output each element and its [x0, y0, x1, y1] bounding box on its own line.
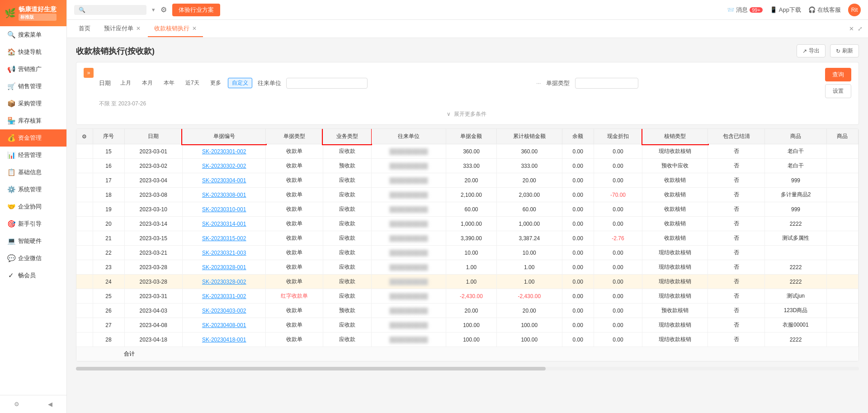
sidebar-item-basic[interactable]: 📋 基础信息: [0, 164, 66, 181]
export-button[interactable]: ↗ 导出: [797, 44, 826, 57]
date-btn-this-month[interactable]: 本月: [138, 78, 157, 88]
filter-bar: » 日期 上月 本月 本年 近7天 更多 自定义: [76, 62, 859, 125]
search-icon: 🔍: [7, 31, 14, 39]
filter-expand-btn[interactable]: »: [84, 68, 94, 78]
table-row: 232023-03-28SK-20230328-001收款单应收款███████…: [76, 260, 859, 275]
tab-expand-icon[interactable]: ⤢: [858, 25, 863, 32]
cell-bill-no[interactable]: SK-20230302-002: [182, 159, 265, 173]
th-settings[interactable]: ⚙: [76, 129, 93, 144]
cell-cash-discount: 0.00: [594, 260, 642, 275]
tabbar-right: ✕ ⤢: [849, 25, 863, 32]
more-filters-btn[interactable]: ···: [536, 80, 541, 86]
query-button[interactable]: 查询: [825, 68, 851, 81]
sidebar-item-operation[interactable]: 📊 经营管理: [0, 147, 66, 164]
sidebar-item-purchase[interactable]: 📦 采购管理: [0, 95, 66, 112]
date-range-text: 不限 至 2023-07-26: [99, 100, 146, 107]
tab-receipt-exec[interactable]: 收款核销执行 ✕: [148, 21, 203, 37]
sidebar-item-marketing[interactable]: 📢 营销推广: [0, 61, 66, 78]
hardware-icon: 💻: [7, 237, 14, 245]
sidebar-item-finance[interactable]: 💰 资金管理: [0, 129, 66, 147]
cell-bill-no[interactable]: SK-20230308-001: [182, 188, 265, 202]
service-area[interactable]: 🎧 在线客服: [808, 6, 841, 14]
th-product: 商品: [765, 129, 827, 144]
cell-settings: [76, 202, 93, 217]
cell-cum-cancel: -2,430.00: [496, 289, 562, 304]
app-download-area[interactable]: 📱 App下载: [770, 6, 801, 14]
counterpart-input-area: 往来单位: [258, 78, 531, 89]
sidebar-item-quicknav[interactable]: 🏠 快捷导航: [0, 43, 66, 61]
industry-solution-button[interactable]: 体验行业方案: [172, 4, 220, 16]
cell-bill-no[interactable]: SK-20230403-002: [182, 304, 265, 318]
horizontal-scrollbar[interactable]: [76, 367, 859, 370]
tab-close-receipt-exec[interactable]: ✕: [192, 25, 197, 32]
page-title: 收款核销执行(按收款): [76, 46, 155, 57]
cell-bill-no[interactable]: SK-20230328-002: [182, 275, 265, 289]
cell-seq: 18: [93, 188, 124, 202]
tab-home[interactable]: 首页: [72, 21, 97, 37]
date-filter-label: 日期: [99, 79, 111, 87]
sidebar-item-search[interactable]: 🔍 搜索菜单: [0, 26, 66, 43]
sidebar-item-system[interactable]: ⚙️ 系统管理: [0, 181, 66, 198]
cell-bill-type: 收款单: [266, 188, 323, 202]
sidebar-item-wechat[interactable]: 💬 企业微信: [0, 250, 66, 267]
tab-close-icon[interactable]: ✕: [849, 25, 854, 32]
date-btn-last-month[interactable]: 上月: [116, 78, 135, 88]
cell-bill-no[interactable]: SK-20230314-001: [182, 217, 265, 231]
message-area[interactable]: 📨 消息 99+: [727, 6, 763, 14]
export-icon: ↗: [802, 48, 807, 54]
cell-product: 测试多属性: [765, 231, 827, 246]
column-settings-icon[interactable]: ⚙: [82, 133, 87, 140]
cell-date: 2023-03-10: [124, 202, 182, 217]
cell-bill-no[interactable]: SK-20230310-001: [182, 202, 265, 217]
cell-settings: [76, 217, 93, 231]
date-range-display: 不限 至 2023-07-26: [99, 100, 851, 108]
sidebar-item-member[interactable]: ✓ 畅会员: [0, 267, 66, 284]
cell-balance: 0.00: [562, 159, 594, 173]
cell-include-settled: 否: [708, 217, 765, 231]
receipt-type-select[interactable]: [575, 78, 638, 89]
sidebar-item-guide[interactable]: 🎯 新手引导: [0, 215, 66, 233]
date-btn-custom[interactable]: 自定义: [228, 78, 252, 88]
date-btn-this-year[interactable]: 本年: [160, 78, 179, 88]
cell-biz-type: 应收款: [323, 231, 371, 246]
sidebar-item-label: 资金管理: [18, 134, 42, 142]
cell-settings: [76, 275, 93, 289]
date-btn-more[interactable]: 更多: [206, 78, 225, 88]
cell-bill-no[interactable]: SK-20230328-001: [182, 260, 265, 275]
topbar-search[interactable]: 🔍: [74, 5, 146, 15]
operation-icon: 📊: [7, 151, 14, 159]
sidebar-item-sales[interactable]: 🛒 销售管理: [0, 78, 66, 95]
cell-bill-no[interactable]: SK-20230418-001: [182, 332, 265, 347]
collapse-btn[interactable]: ◀: [44, 399, 56, 409]
data-table-wrap: ⚙ 序号 日期 单据编号 单据类型 业务类型 往来单位 单据金额 累计核销金额 …: [76, 128, 859, 361]
cell-bill-no[interactable]: SK-20230321-003: [182, 246, 265, 260]
sidebar-item-collab[interactable]: 🤝 企业协同: [0, 198, 66, 215]
tab-close-pre-receipt[interactable]: ✕: [136, 25, 141, 32]
gear-icon[interactable]: ⚙: [160, 5, 167, 14]
date-btn-7days[interactable]: 近7天: [181, 78, 203, 88]
settings-filter-button[interactable]: 设置: [825, 84, 851, 98]
user-avatar[interactable]: Rit: [848, 4, 861, 16]
settings-bottom-btn[interactable]: ⚙: [10, 399, 23, 409]
cell-balance: 0.00: [562, 246, 594, 260]
cell-amount: 333.00: [446, 159, 497, 173]
tab-pre-receipt[interactable]: 预计应付单 ✕: [98, 21, 147, 37]
cell-bill-no[interactable]: SK-20230301-002: [182, 144, 265, 159]
cell-bill-no[interactable]: SK-20230304-001: [182, 173, 265, 188]
cell-bill-no[interactable]: SK-20230408-001: [182, 318, 265, 332]
th-seq: 序号: [93, 129, 124, 144]
cell-biz-type: 预收款: [323, 304, 371, 318]
cell-bill-no[interactable]: SK-20230315-002: [182, 231, 265, 246]
sidebar-logo: 🌿 畅康道好生意 标推版: [0, 0, 66, 26]
counterpart-input[interactable]: [286, 78, 368, 89]
refresh-button[interactable]: ↻ 刷新: [830, 44, 859, 57]
cell-date: 2023-03-28: [124, 260, 182, 275]
cell-amount: -2,430.00: [446, 289, 497, 304]
message-icon: 📨: [727, 6, 734, 13]
sidebar-item-hardware[interactable]: 💻 智能硬件: [0, 233, 66, 250]
expand-more-row[interactable]: ∨ 展开更多条件: [84, 108, 851, 119]
cell-bill-no[interactable]: SK-20230331-002: [182, 289, 265, 304]
cell-cash-discount: 0.00: [594, 144, 642, 159]
sidebar-item-inventory[interactable]: 🏪 库存核算: [0, 112, 66, 129]
receipt-type-label: 单据类型: [546, 80, 570, 86]
